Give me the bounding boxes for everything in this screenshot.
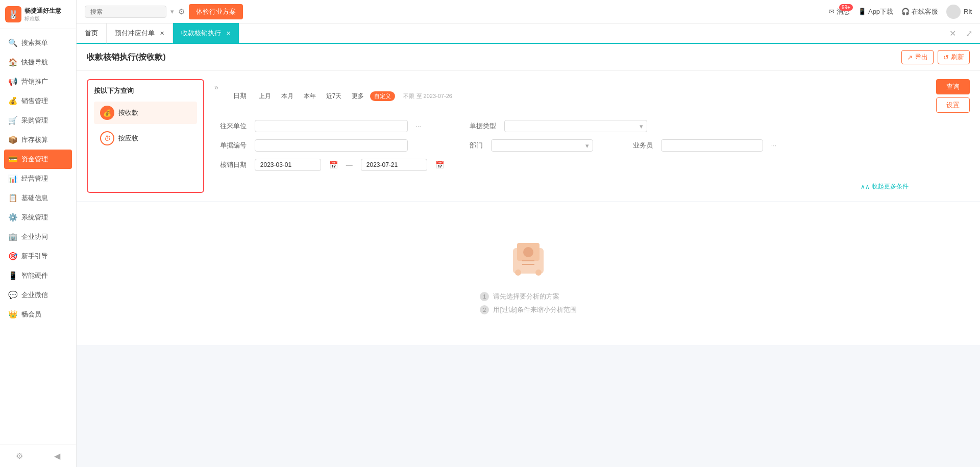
sidebar-item-inventory[interactable]: 📦 库存核算 bbox=[0, 130, 76, 150]
sidebar-item-marketing[interactable]: 📢 营销推广 bbox=[0, 72, 76, 91]
empty-state: 1 请先选择要分析的方案 2 用[过滤]条件来缩小分析范围 bbox=[77, 202, 980, 345]
writeoff-to-calendar-icon[interactable]: 📅 bbox=[435, 161, 444, 169]
doc-no-input[interactable] bbox=[255, 139, 408, 152]
topbar-right: ✉ 消息 99+ 📱 App下载 🎧 在线客服 Rit bbox=[829, 5, 972, 19]
svg-point-5 bbox=[515, 269, 521, 276]
online-service-button[interactable]: 🎧 在线客服 bbox=[901, 7, 938, 16]
query-action-panel: 查询 设置 bbox=[936, 79, 970, 113]
app-download-button[interactable]: 📱 App下载 bbox=[858, 7, 893, 16]
dropdown-arrow-icon[interactable]: ▾ bbox=[170, 8, 174, 15]
this-year-btn[interactable]: 本年 bbox=[300, 90, 320, 102]
content-area: 收款核销执行(按收款) ↗ 导出 ↺ 刷新 按以下方查询 💰 按收款 bbox=[77, 44, 980, 467]
sidebar-item-search[interactable]: 🔍 搜索菜单 bbox=[0, 33, 76, 53]
topbar: ▾ ⚙ 体验行业方案 ✉ 消息 99+ 📱 App下载 🎧 在线客服 Rit bbox=[77, 0, 980, 23]
purchase-icon: 🛒 bbox=[8, 116, 17, 125]
tab-collection-writeoff[interactable]: 收款核销执行 ✕ bbox=[173, 23, 239, 43]
custom-date-badge[interactable]: 自定义 bbox=[370, 91, 395, 101]
sidebar-collapse-button[interactable]: ◀ bbox=[54, 451, 60, 461]
member-icon: 👑 bbox=[8, 310, 17, 319]
writeoff-from-input[interactable] bbox=[255, 159, 321, 171]
partner-input[interactable] bbox=[255, 120, 408, 132]
sidebar-item-quick-nav[interactable]: 🏠 快捷导航 bbox=[0, 53, 76, 72]
business-icon: 📊 bbox=[8, 174, 17, 183]
filter-option-by-receivable[interactable]: ⏱ 按应收 bbox=[94, 127, 197, 150]
writeoff-from-calendar-icon[interactable]: 📅 bbox=[329, 161, 338, 169]
user-name: Rit bbox=[964, 8, 972, 15]
last-7days-btn[interactable]: 近7天 bbox=[322, 90, 346, 102]
dept-label: 部门 bbox=[455, 141, 483, 150]
tip-num-2: 2 bbox=[480, 305, 489, 314]
main-area: ▾ ⚙ 体验行业方案 ✉ 消息 99+ 📱 App下载 🎧 在线客服 Rit bbox=[77, 0, 980, 467]
collapse-more-wrapper: ∧∧ 收起更多条件 bbox=[218, 180, 970, 193]
sidebar-item-label: 资金管理 bbox=[21, 155, 48, 164]
last-month-btn[interactable]: 上月 bbox=[255, 90, 275, 102]
sidebar-item-finance[interactable]: 💳 资金管理 bbox=[4, 150, 72, 169]
sidebar-item-label: 采购管理 bbox=[21, 116, 48, 125]
date-separator: — bbox=[346, 161, 353, 169]
sidebar-settings-button[interactable]: ⚙ bbox=[16, 451, 23, 461]
filter-main-rows: 日期 上月 本月 本年 近7天 更多 自定义 不限 至 2023-07-26 bbox=[218, 79, 970, 178]
sidebar-item-purchase[interactable]: 🛒 采购管理 bbox=[0, 111, 76, 130]
export-icon: ↗ bbox=[907, 54, 913, 61]
user-menu[interactable]: Rit bbox=[946, 5, 972, 19]
settings-gear-icon[interactable]: ⚙ bbox=[178, 7, 185, 16]
sidebar-item-sales[interactable]: 💰 销售管理 bbox=[0, 91, 76, 111]
sidebar-item-label: 系统管理 bbox=[21, 213, 48, 222]
tab-advance-payment-close[interactable]: ✕ bbox=[160, 30, 164, 37]
filter-left-panel: 按以下方查询 💰 按收款 ⏱ 按应收 bbox=[87, 79, 204, 193]
date-label: 日期 bbox=[218, 91, 247, 101]
sidebar-item-basic-info[interactable]: 📋 基础信息 bbox=[0, 188, 76, 208]
home-icon: 🏠 bbox=[8, 58, 17, 67]
tab-close-all-button[interactable]: ✕ bbox=[945, 26, 960, 40]
sidebar: 🐰 畅捷通好生意 标准版 🔍 搜索菜单 🏠 快捷导航 📢 营销推广 💰 销售管理… bbox=[0, 0, 77, 467]
sidebar-item-wechat[interactable]: 💬 企业微信 bbox=[0, 285, 76, 305]
avatar bbox=[946, 5, 961, 19]
system-icon: ⚙️ bbox=[8, 213, 17, 222]
filter-option-by-receipt[interactable]: 💰 按收款 bbox=[94, 102, 197, 124]
more-date-btn[interactable]: 更多 bbox=[348, 90, 368, 102]
export-button[interactable]: ↗ 导出 bbox=[901, 50, 934, 64]
docno-dept-staff-row: 单据编号 部门 ▾ 业务员 bbox=[218, 139, 970, 152]
tab-home-label: 首页 bbox=[85, 29, 98, 38]
page-title: 收款核销执行(按收款) bbox=[87, 52, 166, 69]
sidebar-item-smart-hw[interactable]: 📱 智能硬件 bbox=[0, 266, 76, 285]
empty-illustration bbox=[503, 233, 554, 284]
date-quick-buttons: 上月 本月 本年 近7天 更多 自定义 bbox=[255, 90, 396, 102]
sidebar-menu: 🔍 搜索菜单 🏠 快捷导航 📢 营销推广 💰 销售管理 🛒 采购管理 📦 库存核… bbox=[0, 29, 76, 445]
collapse-more-button[interactable]: ∧∧ 收起更多条件 bbox=[861, 180, 909, 193]
sidebar-item-enterprise[interactable]: 🏢 企业协同 bbox=[0, 227, 76, 247]
refresh-button[interactable]: ↺ 刷新 bbox=[938, 50, 970, 64]
doc-type-label: 单据类型 bbox=[468, 121, 496, 131]
writeoff-to-input[interactable] bbox=[361, 159, 427, 171]
sidebar-item-member[interactable]: 👑 畅会员 bbox=[0, 305, 76, 324]
this-month-btn[interactable]: 本月 bbox=[277, 90, 298, 102]
writeoff-date-row: 核销日期 📅 — 📅 bbox=[218, 159, 970, 171]
query-button[interactable]: 查询 bbox=[936, 79, 970, 94]
staff-label: 业务员 bbox=[625, 141, 653, 150]
sidebar-item-label: 智能硬件 bbox=[21, 271, 48, 280]
industry-solution-button[interactable]: 体验行业方案 bbox=[189, 4, 243, 19]
tab-expand-button[interactable]: ⤢ bbox=[962, 26, 976, 40]
partner-more-icon[interactable]: ··· bbox=[416, 122, 421, 130]
filter-area: 按以下方查询 💰 按收款 ⏱ 按应收 » bbox=[77, 71, 980, 201]
search-input[interactable] bbox=[85, 6, 166, 18]
app-download-icon: 📱 bbox=[858, 8, 866, 15]
date-filter-row: 日期 上月 本月 本年 近7天 更多 自定义 不限 至 2023-07-26 bbox=[218, 79, 970, 113]
sidebar-item-label: 企业协同 bbox=[21, 232, 48, 241]
sidebar-item-label: 快捷导航 bbox=[21, 58, 48, 67]
dept-select[interactable] bbox=[491, 139, 593, 152]
staff-more-icon[interactable]: ··· bbox=[771, 142, 776, 149]
tab-collection-writeoff-close[interactable]: ✕ bbox=[226, 30, 231, 37]
tab-advance-payment[interactable]: 预付冲应付单 ✕ bbox=[107, 23, 173, 43]
message-button[interactable]: ✉ 消息 99+ bbox=[829, 7, 850, 16]
sidebar-item-system[interactable]: ⚙️ 系统管理 bbox=[0, 208, 76, 227]
sales-icon: 💰 bbox=[8, 96, 17, 106]
staff-input[interactable] bbox=[661, 139, 763, 152]
sidebar-item-guide[interactable]: 🎯 新手引导 bbox=[0, 247, 76, 266]
sidebar-item-business[interactable]: 📊 经营管理 bbox=[0, 169, 76, 188]
collapse-left-button[interactable]: » bbox=[214, 83, 218, 91]
setting-button[interactable]: 设置 bbox=[936, 97, 970, 113]
sidebar-item-label: 销售管理 bbox=[21, 96, 48, 106]
tab-home[interactable]: 首页 bbox=[77, 23, 107, 43]
doc-type-select[interactable] bbox=[504, 120, 647, 132]
